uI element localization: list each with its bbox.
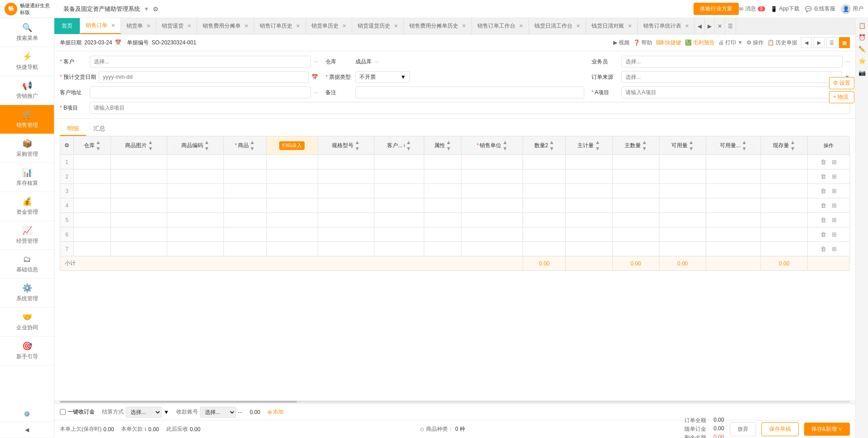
account-select[interactable]: 选择... (200, 407, 236, 418)
table-cell[interactable] (566, 184, 612, 198)
row-copy-icon[interactable]: ⊞ (829, 230, 839, 239)
tab-home[interactable]: 首页 (54, 18, 80, 34)
history-btn[interactable]: 📋 历史单据 (767, 39, 797, 47)
table-cell[interactable] (761, 213, 807, 227)
table-cell[interactable] (266, 213, 318, 227)
app-download-btn[interactable]: 📱 App下载 (771, 5, 800, 13)
tab-sales-order[interactable]: 销售订单 ✕ (80, 18, 121, 34)
table-cell[interactable] (266, 198, 318, 213)
table-cell[interactable] (374, 155, 424, 169)
table-cell[interactable] (566, 242, 612, 256)
tab-close-all-btn[interactable]: ✕ (715, 18, 725, 34)
table-cell[interactable] (424, 198, 461, 213)
sidebar-item-inventory[interactable]: 📊 库存核算 (0, 163, 54, 192)
discard-btn[interactable]: 放弃 (730, 422, 756, 436)
table-cell[interactable] (223, 184, 266, 198)
tab-next-btn[interactable]: ▶ (705, 18, 715, 34)
table-cell[interactable] (461, 155, 523, 169)
table-cell[interactable] (111, 198, 167, 213)
row-copy-icon[interactable]: ⊞ (829, 187, 839, 196)
th-main-unit[interactable]: 主计量▲▼ (566, 136, 612, 155)
table-cell[interactable] (374, 169, 424, 184)
delivery-date-cal-icon[interactable]: 📅 (311, 74, 318, 80)
table-cell[interactable] (706, 227, 761, 242)
tab-return-history-close[interactable]: ✕ (394, 23, 398, 29)
table-cell[interactable] (167, 169, 223, 184)
table-cell[interactable] (318, 184, 374, 198)
calendar-icon[interactable]: 📅 (115, 39, 121, 46)
table-cell[interactable] (523, 227, 566, 242)
settings-float-btn[interactable]: ⚙ 设置 (829, 77, 854, 89)
table-cell[interactable] (659, 213, 706, 227)
table-cell[interactable] (612, 242, 659, 256)
invoice-select[interactable]: 不开票 ▼ (355, 71, 410, 83)
message-btn[interactable]: ✉ 消息 9 (739, 5, 765, 13)
add-payment-btn[interactable]: ⊕ 添加 (267, 408, 284, 416)
customer-input[interactable] (90, 56, 311, 67)
table-cell[interactable] (223, 242, 266, 256)
table-cell[interactable] (266, 227, 318, 242)
table-cell[interactable] (659, 227, 706, 242)
table-cell[interactable] (223, 169, 266, 184)
table-cell[interactable] (761, 169, 807, 184)
sidebar-item-basic[interactable]: 🗂 基础信息 (0, 250, 54, 279)
table-cell[interactable] (566, 169, 612, 184)
table-cell[interactable] (523, 213, 566, 227)
row-delete-icon[interactable]: 🗑 (819, 172, 828, 181)
th-warehouse[interactable]: 仓库▲▼ (74, 136, 111, 155)
table-cell[interactable] (74, 242, 111, 256)
table-cell[interactable] (523, 242, 566, 256)
table-cell[interactable] (318, 213, 374, 227)
rp-clock-icon[interactable]: ⏰ (857, 32, 868, 43)
table-cell[interactable] (706, 169, 761, 184)
table-cell[interactable] (706, 184, 761, 198)
table-cell[interactable] (374, 198, 424, 213)
table-cell[interactable] (461, 227, 523, 242)
staff-expand-icon[interactable]: ··· (845, 58, 850, 65)
table-cell[interactable] (318, 198, 374, 213)
sidebar-item-operations[interactable]: 📈 经营管理 (0, 221, 54, 250)
sidebar-settings-btn[interactable]: ⚙️ (0, 406, 54, 422)
table-cell[interactable] (167, 184, 223, 198)
table-cell[interactable] (706, 213, 761, 227)
row-delete-icon[interactable]: 🗑 (819, 201, 828, 210)
table-cell[interactable] (612, 169, 659, 184)
table-cell[interactable] (761, 198, 807, 213)
table-cell[interactable] (74, 227, 111, 242)
table-cell[interactable] (612, 198, 659, 213)
tab-menu-btn[interactable]: ☰ (725, 18, 736, 34)
table-view-btn[interactable]: ☰ (826, 37, 837, 48)
video-btn[interactable]: ▶ 视频 (613, 39, 630, 47)
table-cell[interactable] (761, 184, 807, 198)
print-btn[interactable]: 🖨 打印 ▼ (718, 39, 743, 47)
b-project-input[interactable] (90, 102, 850, 114)
th-qty2[interactable]: 数量2▲▼ (523, 136, 566, 155)
tab-return-history[interactable]: 销货退货历史 ✕ (352, 18, 404, 34)
tab-order-history[interactable]: 销售订单历史 ✕ (254, 18, 306, 34)
add-col-float-btn[interactable]: + 物流 (829, 91, 854, 103)
table-cell[interactable] (761, 242, 807, 256)
help-btn[interactable]: ❓ 帮助 (633, 39, 652, 47)
tab-invoice-history[interactable]: 销货单历史 ✕ (306, 18, 352, 34)
table-cell[interactable] (461, 242, 523, 256)
tab-order-workbench-close[interactable]: ✕ (519, 23, 523, 29)
tab-statistics-close[interactable]: ✕ (685, 23, 689, 29)
table-cell[interactable] (111, 155, 167, 169)
card-view-btn[interactable]: ▦ (839, 37, 850, 48)
sidebar-item-sales[interactable]: 🛒 销售管理 (0, 105, 54, 134)
sidebar-item-system[interactable]: ⚙️ 系统管理 (0, 279, 54, 308)
table-cell[interactable] (167, 155, 223, 169)
th-available[interactable]: 可用量▲▼ (659, 136, 706, 155)
row-copy-icon[interactable]: ⊞ (829, 158, 839, 167)
table-cell[interactable] (706, 155, 761, 169)
table-cell[interactable] (659, 184, 706, 198)
sidebar-item-enterprise[interactable]: 🤝 企业协同 (0, 308, 54, 337)
tab-sales-invoice[interactable]: 销货单 ✕ (121, 18, 156, 34)
tab-return-close[interactable]: ✕ (187, 23, 191, 29)
table-cell[interactable] (74, 169, 111, 184)
table-cell[interactable] (111, 184, 167, 198)
table-cell[interactable] (761, 227, 807, 242)
row-delete-icon[interactable]: 🗑 (819, 230, 828, 239)
th-main-qty[interactable]: 主数量▲▼ (612, 136, 659, 155)
tab-expense-history[interactable]: 销售费用分摊单历史 ✕ (404, 18, 472, 34)
